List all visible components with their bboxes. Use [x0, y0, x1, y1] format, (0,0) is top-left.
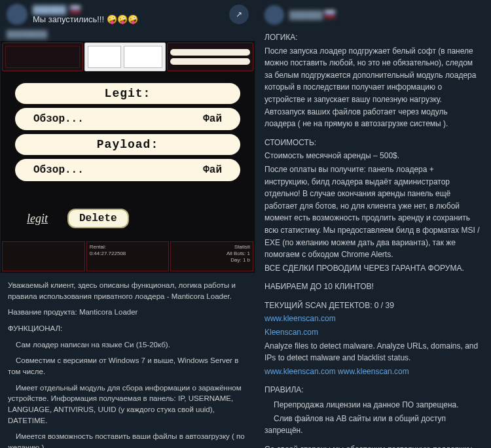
screenshot-container: Legit: Обзор... Фай Payload: Обзор... Фа… [0, 41, 255, 273]
cost-1: Стоимость месячной аренды – 500$. [264, 150, 481, 162]
thumb-b2[interactable]: Rental: 0:44:27.722508 [86, 241, 170, 271]
rental-label: Rental: [90, 244, 166, 250]
username-right: ██████ [289, 10, 335, 20]
left-message: ██████ Мы запустились!!! 🤪🤪🤪 ↗ ████████ … [0, 0, 255, 448]
link-4[interactable]: www.kleenscan.com [338, 367, 409, 376]
header-text: ██████ Мы запустились!!! 🤪🤪🤪 [33, 5, 224, 24]
logic-title: ЛОГИКА: [264, 31, 481, 44]
subtitle-blur: ████████ [0, 29, 255, 41]
browse-label-2: Обзор... [33, 164, 84, 176]
link-3[interactable]: www.kleenscan.com [264, 367, 336, 376]
mock-ui: Legit: Обзор... Фай Payload: Обзор... Фа… [1, 73, 255, 240]
cost-title: СТОИМОСТЬ: [264, 137, 481, 149]
delete-button[interactable]: Delete [67, 209, 129, 228]
bots-label: All Bots: 1 [173, 250, 250, 256]
intro-text: Уважаемый клиент, здесь описаны функцион… [8, 280, 247, 302]
username-line: ██████ [33, 5, 224, 14]
flag-icon [70, 6, 81, 13]
legit-row[interactable]: Обзор... Фай [15, 108, 240, 130]
description-block: Уважаемый клиент, здесь описаны функцион… [0, 273, 255, 448]
forward-icon: ↗ [236, 10, 242, 19]
thumb-b3[interactable]: Statisti All Bots: 1 Day: 1 b [170, 241, 253, 271]
thumb-row-top [1, 41, 255, 73]
scan-title: ТЕКУЩИЙ SCAN ДЕТЕКТОВ: 0 / 39 [264, 300, 481, 312]
link-1[interactable]: www.kleenscan.com [264, 314, 336, 323]
right-message: ██████ ЛОГИКА: После запуска лоадер подг… [255, 0, 490, 448]
file-label-2: Фай [203, 164, 222, 176]
thumb-2[interactable] [84, 43, 166, 71]
rental-time: 0:44:27.722508 [90, 250, 166, 256]
func-p3: Имеет отдельный модуль для сбора информа… [8, 383, 247, 426]
product-name: Название продукта: Manticora Loader [8, 307, 247, 318]
thumb-row-bottom: Rental: 0:44:27.722508 Statisti All Bots… [1, 240, 255, 273]
rules-block: Перепродажа лицензии на данное ПО запрещ… [264, 399, 481, 437]
rules-title: ПРАВИЛА: [264, 384, 481, 396]
recruit: НАБИРАЕМ ДО 10 КЛИНТОВ! [264, 281, 481, 293]
outro: Со своей стороны мы обеспечим постоянную… [264, 443, 481, 448]
forward-button[interactable]: ↗ [229, 5, 249, 24]
cost-3: ВСЕ СДЕЛКИ ПРОВОДИМ ЧЕРЕЗ ГАРАНТА ФОРУМА… [264, 262, 481, 275]
scan-desc: Analyze files to detect malware. Analyze… [264, 340, 481, 364]
file-label: Фай [203, 113, 222, 125]
legit-header: Legit: [15, 83, 240, 104]
link-2[interactable]: Kleenscan.com [264, 328, 318, 337]
delete-row: legit Delete [12, 201, 243, 231]
thumb-1[interactable] [2, 43, 83, 71]
stat-label: Statisti [173, 244, 250, 250]
thumb-3[interactable] [167, 43, 253, 71]
legit-tag: legit [27, 212, 48, 226]
func-p1: Сам лоадер написан на языке Си (15-20кб)… [8, 339, 247, 351]
thumb-b1[interactable] [2, 241, 85, 271]
cost-2: После оплаты вы получите: панель лоадера… [264, 164, 481, 261]
launch-text: Мы запустились!!! 🤪🤪🤪 [33, 14, 224, 24]
payload-row[interactable]: Обзор... Фай [15, 159, 240, 181]
func-p2: Совместим с версиями от Windows 7 и выше… [8, 355, 247, 377]
day-label: Day: 1 b [173, 257, 250, 263]
post-header: ██████ Мы запустились!!! 🤪🤪🤪 ↗ [0, 0, 255, 29]
right-header: ██████ [264, 5, 481, 25]
browse-label: Обзор... [33, 113, 84, 125]
avatar-right [264, 5, 284, 25]
rule-1: Перепродажа лицензии на данное ПО запрещ… [264, 399, 481, 411]
rule-2: Слив файлов на АВ сайты или в общий дост… [264, 413, 481, 437]
func-p4: Имеется возможность поставить ваши файлы… [8, 431, 247, 448]
func-title: ФУНКЦИОНАЛ: [8, 323, 247, 334]
logic-text: После запуска лоадер подгружает белый со… [264, 45, 481, 130]
flag-icon-2 [325, 10, 335, 18]
payload-header: Payload: [15, 134, 240, 155]
avatar [7, 4, 27, 25]
